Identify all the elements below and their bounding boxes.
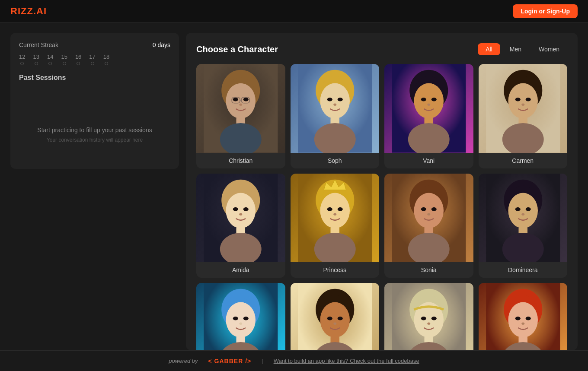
svg-point-82 [333,323,336,325]
svg-point-39 [226,193,256,228]
character-name-amida: Amida [196,262,285,278]
streak-dot [91,62,94,65]
svg-point-56 [421,207,426,211]
footer-cta[interactable]: Want to build an app like this? Check ou… [274,358,419,364]
svg-point-26 [427,104,430,106]
svg-point-65 [525,207,530,211]
character-face-svg-goddess-aphrodite [384,283,473,350]
svg-point-55 [414,193,444,228]
svg-point-71 [226,302,256,338]
character-card-vani[interactable]: Vani [384,64,473,168]
character-card-domineera[interactable]: Domineera [479,174,568,278]
character-face-svg-cassy [291,283,380,350]
streak-dot [35,62,38,65]
right-header: Choose a Character AllMenWomen [196,43,567,55]
character-card-carmen[interactable]: Carmen [479,64,568,168]
character-card-soph[interactable]: Soph [291,64,380,168]
character-name-carmen: Carmen [479,153,568,168]
character-image-princess [291,174,380,263]
character-name-domineera: Domineera [479,262,568,278]
character-face-svg-sonia [384,174,473,263]
svg-point-81 [337,317,342,320]
svg-point-49 [337,207,342,211]
filter-tab-women[interactable]: Women [531,43,567,55]
character-image-carmen [479,64,568,153]
streak-value: 0 days [153,41,170,48]
character-card-cassy[interactable]: Cassy [291,283,380,350]
svg-point-34 [521,104,524,106]
character-card-amida[interactable]: Amida [196,174,285,278]
svg-point-98 [521,323,524,325]
section-title: Choose a Character [196,44,278,54]
character-image-goddess-aphrodite [384,283,473,350]
empty-sub-text: Your conversation history will appear he… [47,137,143,143]
svg-point-48 [327,207,332,211]
character-image-christian [196,64,285,153]
main-content: Current Streak 0 days 12131415161718 Pas… [0,22,588,350]
character-face-svg-amida [196,174,285,263]
svg-point-41 [243,207,249,211]
filter-tab-men[interactable]: Men [502,43,529,55]
svg-point-17 [337,98,342,101]
character-image-soph [291,64,380,153]
filter-tab-all[interactable]: All [478,43,500,55]
svg-point-57 [431,207,437,211]
svg-point-79 [320,302,350,338]
streak-header: Current Streak 0 days [19,41,170,48]
character-face-svg-carmen [479,64,568,153]
character-face-svg-christian [196,64,285,153]
character-card-stacy[interactable]: Stacy [196,283,285,350]
character-card-huntress[interactable]: Huntress [479,283,568,350]
streak-day: 12 [19,54,25,65]
character-card-christian[interactable]: Christian [196,64,285,168]
streak-dot [20,62,24,65]
svg-point-25 [431,98,437,101]
svg-point-18 [333,104,336,106]
svg-point-90 [427,323,430,325]
svg-point-73 [243,317,249,320]
past-sessions-empty: Start practicing to fill up your past se… [19,92,170,160]
character-image-vani [384,64,473,153]
svg-point-88 [421,317,426,320]
character-face-svg-stacy [196,283,285,350]
svg-point-64 [515,207,520,211]
right-panel: Choose a Character AllMenWomen Christian… [186,33,578,350]
character-card-sonia[interactable]: Sonia [384,174,473,278]
svg-point-97 [525,317,530,320]
streak-day: 13 [33,54,39,65]
left-panel: Current Streak 0 days 12131415161718 Pas… [10,33,179,169]
svg-point-63 [508,193,538,228]
svg-point-33 [525,98,530,101]
header: RIZZ.AI Login or Sign-Up [0,0,588,22]
character-grid: ChristianSophVaniCarmenAmidaPrincessSoni… [196,64,567,350]
character-card-goddess-aphrodite[interactable]: Goddess Aphrodite [384,283,473,350]
svg-point-96 [515,317,520,320]
character-face-svg-huntress [479,283,568,350]
character-face-svg-soph [291,64,380,153]
svg-point-32 [515,98,520,101]
character-image-sonia [384,174,473,263]
streak-section: Current Streak 0 days 12131415161718 [19,41,170,65]
streak-day: 17 [89,54,95,65]
streak-dot [105,62,108,65]
streak-day: 14 [47,54,53,65]
streak-day: 16 [75,54,81,65]
footer-separator: | [262,358,263,364]
streak-day: 18 [103,54,109,65]
footer: powered by < GABBER /> | Want to build a… [0,350,588,371]
streak-calendar: 12131415161718 [19,54,170,65]
svg-point-5 [233,98,238,101]
character-face-svg-vani [384,64,473,153]
character-image-cassy [291,283,380,350]
svg-point-24 [421,98,426,101]
login-button[interactable]: Login or Sign-Up [513,4,578,18]
svg-point-15 [320,83,350,119]
character-name-sonia: Sonia [384,262,473,278]
svg-point-50 [333,213,336,215]
character-name-princess: Princess [291,262,380,278]
character-image-stacy [196,283,285,350]
character-name-christian: Christian [196,153,285,168]
character-card-princess[interactable]: Princess [291,174,380,278]
svg-point-47 [320,193,350,228]
character-name-soph: Soph [291,153,380,168]
